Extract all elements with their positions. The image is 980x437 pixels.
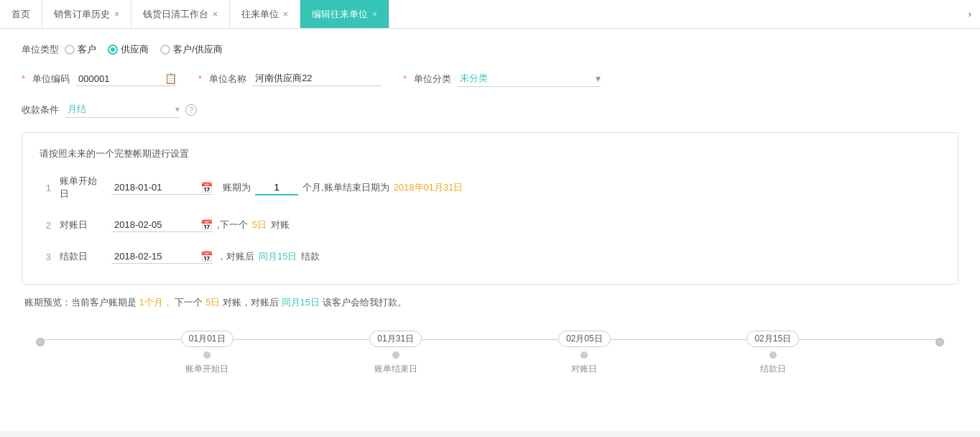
period-suffix-pre-1: 账期为: [223, 181, 251, 194]
period-box-title: 请按照未来的一个完整帐期进行设置: [40, 147, 940, 160]
preview-payment: 同月15日: [282, 297, 320, 308]
timeline-date-2: 01月31日: [369, 331, 422, 347]
unit-name-label: 单位名称: [209, 73, 246, 86]
tab-sales-history[interactable]: 销售订单历史 ×: [42, 0, 131, 28]
period-suffix-post-1: 个月,账单结束日期为: [302, 181, 389, 194]
close-icon[interactable]: ×: [213, 9, 218, 19]
unit-name-input[interactable]: [252, 72, 382, 86]
period-date-2: 📅 ,下一个 5日 对账: [111, 218, 290, 232]
preview-period: 1个月，: [139, 297, 172, 308]
timeline-dot-end: [935, 338, 944, 346]
unit-code-input[interactable]: [75, 72, 162, 86]
timeline-point-1: 01月01日 账单开始日: [181, 331, 234, 375]
tab-cash-work-label: 钱货日清工作台: [143, 8, 208, 21]
radio-customer-label: 客户: [78, 43, 96, 56]
unit-type-group: 单位类型 客户 供应商 客户/供应商: [22, 43, 223, 56]
radio-supplier-label: 供应商: [121, 43, 149, 56]
unit-category-select[interactable]: 未分类 ▾: [457, 70, 601, 87]
payment-group: 收款条件 月结 ▾ ?: [22, 101, 197, 118]
period-label-3: 结款日: [60, 250, 103, 263]
calendar-icon-2[interactable]: 📅: [200, 219, 213, 231]
close-icon[interactable]: ×: [114, 9, 119, 19]
start-date-input[interactable]: [111, 180, 198, 194]
timeline-label-2: 账单结束日: [374, 363, 417, 375]
timeline-label-1: 账单开始日: [185, 363, 228, 375]
unit-code-group: * 单位编码 📋: [22, 72, 177, 86]
radio-customer[interactable]: 客户: [65, 43, 96, 56]
chevron-down-icon: ▾: [596, 73, 601, 84]
help-icon[interactable]: ?: [185, 104, 197, 116]
timeline-dot-2: [392, 351, 399, 359]
required-star: *: [22, 73, 25, 84]
payment-date-input[interactable]: [111, 249, 198, 263]
period-suffix-3a: ，对账后: [217, 250, 254, 263]
period-label-1: 账单开始日: [60, 175, 103, 201]
period-num-3: 3: [40, 252, 51, 262]
timeline-date-1: 01月01日: [181, 331, 234, 347]
tab-sales-history-label: 销售订单历史: [54, 8, 110, 21]
date-input-wrap-2: 📅: [111, 218, 213, 232]
required-star: *: [403, 73, 407, 84]
payment-select[interactable]: 月结 ▾: [65, 101, 180, 118]
tab-bar: 首页 销售订单历史 × 钱货日清工作台 × 往来单位 × 编辑往来单位 × ›: [0, 0, 980, 29]
tab-partners[interactable]: 往来单位 ×: [230, 0, 300, 28]
unit-type-row: 单位类型 客户 供应商 客户/供应商: [22, 43, 958, 56]
period-row-1: 1 账单开始日 📅 账期为 个月,账单结束日期为 2018年01月31日: [40, 175, 940, 201]
period-highlight-3: 同月15日: [259, 250, 297, 263]
close-icon[interactable]: ×: [283, 9, 288, 19]
date-input-wrap-1: 📅: [111, 180, 213, 195]
timeline-dot-1: [203, 351, 211, 359]
unit-code-input-wrap: 📋: [75, 72, 177, 86]
radio-both[interactable]: 客户/供应商: [160, 43, 223, 56]
date-input-wrap-3: 📅: [111, 249, 213, 264]
unit-category-value: 未分类: [457, 70, 593, 86]
chevron-down-icon: ▾: [175, 104, 180, 114]
main-content: 单位类型 客户 供应商 客户/供应商 * 单位编码: [0, 29, 980, 431]
tab-home-label: 首页: [11, 8, 30, 21]
timeline-label-3: 对账日: [571, 363, 597, 375]
tab-edit-partner-label: 编辑往来单位: [312, 8, 368, 21]
period-suffix-2a: ,下一个: [217, 218, 248, 231]
period-num-1: 1: [40, 183, 51, 193]
tab-more-button[interactable]: ›: [960, 0, 980, 28]
tab-home[interactable]: 首页: [0, 0, 42, 28]
timeline-date-4: 02月15日: [746, 331, 799, 347]
payment-row: 收款条件 月结 ▾ ?: [22, 101, 958, 118]
required-star: *: [198, 73, 202, 84]
reconcile-date-input[interactable]: [111, 218, 198, 231]
preview-text: 账期预览：当前客户账期是 1个月， 下一个 5日 对账，对账后 同月15日 该客…: [22, 296, 958, 309]
period-end-date-1: 2018年01月31日: [394, 181, 463, 194]
preview-suffix: 该客户会给我打款。: [323, 297, 407, 308]
close-icon[interactable]: ×: [372, 9, 377, 19]
payment-value: 月结: [65, 101, 172, 117]
period-date-3: 📅 ，对账后 同月15日 结款: [111, 249, 320, 264]
month-input[interactable]: [255, 180, 298, 196]
period-row-2: 2 对账日 📅 ,下一个 5日 对账: [40, 218, 940, 232]
period-date-1: 📅 账期为 个月,账单结束日期为 2018年01月31日: [111, 180, 463, 196]
unit-type-label: 单位类型: [22, 43, 59, 56]
radio-supplier-circle: [108, 45, 118, 55]
period-suffix-2b: 对账: [271, 218, 290, 231]
period-highlight-2: 5日: [252, 218, 267, 231]
timeline-start: [36, 331, 45, 346]
timeline-dot-4: [769, 351, 777, 359]
calendar-icon-3[interactable]: 📅: [200, 251, 213, 262]
timeline-points: 01月01日 账单开始日 01月31日 账单结束日 02月05日 对账日 02月…: [36, 331, 944, 375]
period-num-2: 2: [40, 220, 51, 231]
timeline-point-4: 02月15日 结款日: [746, 331, 799, 375]
timeline-label-4: 结款日: [760, 363, 786, 375]
preview-part3: 对账，对账后: [223, 297, 279, 308]
period-row-3: 3 结款日 📅 ，对账后 同月15日 结款: [40, 249, 940, 264]
unit-code-label: 单位编码: [32, 73, 70, 86]
unit-category-label: 单位分类: [414, 73, 451, 86]
tab-edit-partner[interactable]: 编辑往来单位 ×: [300, 0, 389, 28]
calendar-icon-1[interactable]: 📅: [200, 182, 213, 193]
radio-supplier[interactable]: 供应商: [108, 43, 149, 56]
timeline-container: 01月01日 账单开始日 01月31日 账单结束日 02月05日 对账日 02月…: [22, 323, 958, 404]
unit-info-row: * 单位编码 📋 * 单位名称 * 单位分类 未分类 ▾: [22, 70, 958, 87]
copy-icon[interactable]: 📋: [165, 73, 177, 84]
timeline-date-3: 02月05日: [558, 331, 611, 347]
period-box: 请按照未来的一个完整帐期进行设置 1 账单开始日 📅 账期为 个月,账单结束日期…: [22, 132, 958, 285]
radio-group: 客户 供应商 客户/供应商: [65, 43, 223, 56]
tab-cash-work[interactable]: 钱货日清工作台 ×: [131, 0, 230, 28]
